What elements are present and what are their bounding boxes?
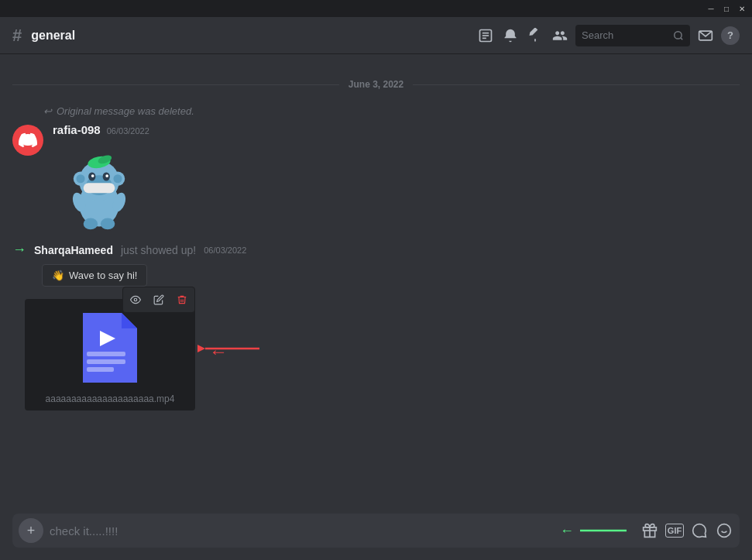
search-placeholder: Search — [582, 29, 673, 41]
wave-btn-container: 👋 Wave to say hi! — [0, 261, 752, 287]
titlebar: ─ □ ✕ — [0, 0, 752, 17]
minimize-button[interactable]: ─ — [704, 2, 718, 15]
search-icon — [673, 30, 684, 41]
search-bar[interactable]: Search — [575, 25, 690, 46]
svg-point-17 — [91, 174, 94, 177]
deleted-notice: ↩ Original message was deleted. — [0, 102, 752, 120]
gif-icon[interactable]: GIF — [665, 524, 684, 538]
svg-point-13 — [113, 174, 122, 183]
message-input-area: + ← GIF — [0, 514, 752, 560]
timestamp-rafia: 06/03/2022 — [107, 126, 149, 136]
svg-point-12 — [76, 174, 84, 183]
join-arrow-icon: → — [12, 242, 26, 258]
message-rafia: rafia-098 06/03/2022 — [0, 122, 752, 237]
message-input[interactable] — [50, 517, 560, 545]
add-file-button[interactable]: + — [19, 518, 43, 543]
svg-line-6 — [681, 37, 683, 40]
wave-label: Wave to say hi! — [69, 270, 137, 281]
notification-icon[interactable] — [501, 26, 520, 45]
red-arrow-line — [197, 341, 259, 356]
channel-header: # general Search ? — [0, 17, 752, 54]
svg-rect-29 — [87, 367, 114, 372]
username-rafia: rafia-098 — [53, 123, 101, 136]
svg-point-26 — [134, 298, 137, 301]
attachment-container: aaaaaaaaaaaaaaaaaaaaa.mp4 — [25, 299, 195, 411]
messages-area[interactable]: June 3, 2022 ↩ Original message was dele… — [0, 54, 752, 514]
message-input-bar: + ← GIF — [12, 514, 740, 548]
delete-attachment-button[interactable] — [171, 289, 193, 311]
view-attachment-button[interactable] — [125, 289, 146, 311]
channel-name: general — [31, 29, 75, 43]
sticker-icon[interactable] — [690, 521, 709, 540]
attachment-filename: aaaaaaaaaaaaaaaaaaaaa.mp4 — [46, 393, 175, 404]
date-divider: June 3, 2022 — [0, 73, 752, 96]
help-icon[interactable]: ? — [721, 26, 740, 45]
svg-point-5 — [675, 31, 682, 38]
header-icons: Search ? — [476, 25, 740, 46]
join-text: just showed up! — [121, 244, 196, 256]
video-attachment[interactable]: aaaaaaaaaaaaaaaaaaaaa.mp4 — [25, 299, 195, 411]
svg-rect-28 — [87, 359, 125, 364]
pin-icon[interactable] — [526, 26, 544, 45]
svg-point-36 — [718, 524, 731, 538]
close-button[interactable]: ✕ — [735, 2, 749, 15]
wave-button[interactable]: 👋 Wave to say hi! — [42, 264, 147, 287]
message-content-rafia: rafia-098 06/03/2022 — [53, 123, 740, 235]
edit-attachment-button[interactable] — [148, 289, 170, 311]
attachment-message: aaaaaaaaaaaaaaaaaaaaa.mp4 ← — [0, 287, 752, 420]
gift-icon[interactable] — [640, 521, 659, 540]
reply-arrow-icon: ↩ — [43, 105, 52, 117]
join-message: → SharqaHameed just showed up! 06/03/202… — [0, 239, 752, 261]
join-timestamp: 06/03/2022 — [204, 246, 246, 255]
channel-hash-icon: # — [12, 26, 22, 46]
svg-point-18 — [105, 174, 108, 177]
svg-point-24 — [84, 218, 98, 230]
inbox-icon[interactable] — [696, 26, 715, 45]
members-icon[interactable] — [551, 26, 569, 45]
avatar-rafia — [12, 125, 43, 156]
maximize-button[interactable]: □ — [719, 2, 733, 15]
svg-point-25 — [101, 218, 115, 230]
attachment-actions — [122, 287, 195, 313]
deleted-text: Original message was deleted. — [57, 105, 194, 117]
sticker — [53, 139, 740, 235]
emoji-icon[interactable] — [715, 521, 733, 540]
svg-rect-19 — [84, 183, 115, 193]
wave-emoji: 👋 — [52, 270, 64, 281]
green-arrow-icon: ← — [560, 523, 574, 539]
svg-rect-27 — [87, 352, 125, 356]
green-arrow-line — [580, 524, 634, 537]
threads-icon[interactable] — [476, 26, 495, 45]
input-icons: GIF — [640, 521, 733, 540]
join-username: SharqaHameed — [34, 244, 113, 256]
